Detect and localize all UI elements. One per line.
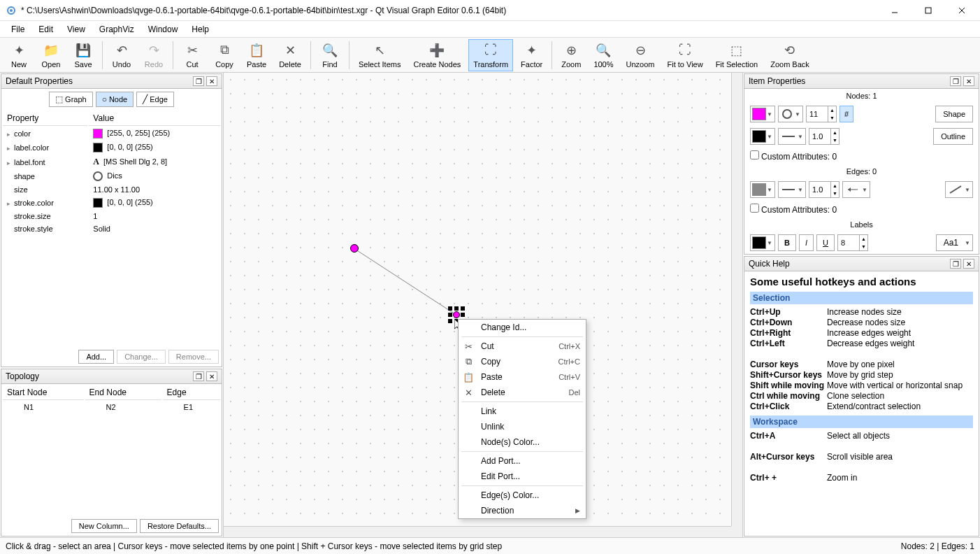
custom-attrs-edges-checkbox[interactable] [750, 204, 759, 213]
hash-toggle[interactable]: # [840, 106, 853, 122]
svg-line-10 [950, 186, 961, 193]
tb-save[interactable]: 💾Save [69, 39, 98, 71]
label-color-picker[interactable]: ▼ [750, 234, 775, 251]
tb-cut[interactable]: ✂Cut [178, 39, 207, 71]
close-panel-icon[interactable]: ✕ [963, 76, 974, 86]
btn-remove[interactable]: Remove... [168, 350, 219, 364]
prop-row-label-font[interactable]: ▸label.fontA[MS Shell Dlg 2, 8] [3, 155, 220, 169]
tb-find[interactable]: 🔍Find [315, 39, 345, 71]
menu-window[interactable]: Window [141, 23, 185, 36]
prop-row-label-color[interactable]: ▸label.color[0, 0, 0] (255) [3, 141, 220, 154]
close-panel-icon[interactable]: ✕ [206, 76, 217, 86]
menu-file[interactable]: File [4, 23, 31, 36]
bold-button[interactable]: B [778, 234, 796, 251]
underline-button[interactable]: U [816, 234, 835, 251]
topo-col[interactable]: Start Node [3, 385, 84, 400]
prop-row-stroke-color[interactable]: ▸stroke.color[0, 0, 0] (255) [3, 197, 220, 209]
node-size-input[interactable]: ▲▼ [806, 106, 837, 122]
col-property[interactable]: Property [3, 111, 87, 126]
node-color-picker[interactable]: ▼ [750, 106, 775, 122]
tb-redo[interactable]: ↷Redo [139, 39, 168, 71]
tb-open[interactable]: 📁Open [36, 39, 66, 71]
svg-rect-3 [925, 8, 931, 13]
close-button[interactable] [952, 3, 972, 17]
ctx-copy[interactable]: ⧉CopyCtrl+C [459, 354, 586, 369]
label-position-picker[interactable]: Aa1▼ [936, 234, 973, 251]
topo-row[interactable]: N1N2E1 [3, 402, 220, 413]
tb-delete[interactable]: ✕Delete [274, 39, 306, 71]
tb-zoom[interactable]: ⊕Zoom [556, 39, 586, 71]
ctx-delete[interactable]: ✕DeleteDel [459, 385, 586, 400]
topo-col[interactable]: Edge [163, 385, 220, 400]
scrollbar-horizontal[interactable] [224, 526, 731, 537]
stroke-style-picker[interactable]: ▼ [778, 128, 806, 145]
ctx-link: Link [459, 404, 586, 419]
edge-e1[interactable] [354, 248, 460, 318]
stroke-color-picker[interactable]: ▼ [750, 128, 775, 145]
label-size-input[interactable]: ▲▼ [837, 234, 868, 251]
node-shape-picker[interactable]: ▼ [778, 106, 803, 122]
prop-row-color[interactable]: ▸color[255, 0, 255] (255) [3, 127, 220, 140]
edge-direction-picker[interactable]: ▼ [842, 181, 870, 198]
tb-copy[interactable]: ⧉Copy [210, 39, 239, 71]
menu-edit[interactable]: Edit [31, 23, 60, 36]
restore-icon[interactable]: ❐ [193, 371, 204, 381]
close-panel-icon[interactable]: ✕ [963, 259, 974, 269]
edge-style-picker[interactable]: ▼ [778, 181, 806, 198]
node-n1[interactable] [350, 244, 359, 253]
ctx-cut[interactable]: ✂CutCtrl+X [459, 339, 586, 354]
tb-unzoom[interactable]: ⊖Unzoom [621, 39, 660, 71]
menu-view[interactable]: View [60, 23, 92, 36]
restore-icon[interactable]: ❐ [193, 76, 204, 86]
tb-paste[interactable]: 📋Paste [242, 39, 271, 71]
restore-icon[interactable]: ❐ [950, 259, 961, 269]
btn-change[interactable]: Change... [117, 350, 166, 364]
menu-help[interactable]: Help [185, 23, 216, 36]
btn-add[interactable]: Add... [78, 350, 114, 364]
tb-undo[interactable]: ↶Undo [107, 39, 136, 71]
tb-zoom-back[interactable]: ⟲Zoom Back [765, 39, 814, 71]
menu-graphviz[interactable]: GraphViz [92, 23, 141, 36]
ctx-node-s-color-[interactable]: Node(s) Color... [459, 434, 586, 450]
prop-row-stroke-size[interactable]: stroke.size1 [3, 211, 220, 222]
quickhelp-body[interactable]: Some useful hotkeys and actions Selectio… [744, 271, 979, 488]
tb-create-nodes[interactable]: ➕Create Nodes [408, 39, 466, 71]
stroke-width-input[interactable]: ▲▼ [809, 128, 840, 145]
topo-col[interactable]: End Node [85, 385, 161, 400]
ctx-unlink[interactable]: Unlink [459, 419, 586, 434]
ctx-change-id-[interactable]: Change Id... [459, 320, 586, 335]
ctx-add-port-[interactable]: Add Port... [459, 453, 586, 469]
tab-edge[interactable]: ╱Edge [136, 92, 174, 107]
tab-node[interactable]: ○Node [96, 92, 134, 107]
tb-factor[interactable]: ✦Factor [516, 39, 547, 71]
custom-attrs-nodes-checkbox[interactable] [750, 150, 759, 159]
edge-color-picker[interactable]: ▼ [750, 181, 775, 198]
save-icon: 💾 [75, 42, 92, 59]
ctx-direction: Direction▶ [459, 503, 586, 518]
outline-button[interactable]: Outline [933, 128, 973, 145]
tb-new[interactable]: ✦New [4, 39, 34, 71]
tab-graph[interactable]: ⬚Graph [49, 92, 93, 107]
col-value[interactable]: Value [89, 111, 220, 126]
close-panel-icon[interactable]: ✕ [206, 371, 217, 381]
edge-width-input[interactable]: ▲▼ [809, 181, 840, 198]
prop-row-shape[interactable]: shapeDics [3, 170, 220, 183]
prop-row-stroke-style[interactable]: stroke.styleSolid [3, 223, 220, 234]
minimize-button[interactable] [885, 3, 905, 17]
maximize-button[interactable] [918, 3, 938, 17]
prop-row-size[interactable]: size11.00 x 11.00 [3, 184, 220, 195]
italic-button[interactable]: I [799, 234, 814, 251]
restore-icon[interactable]: ❐ [950, 76, 961, 86]
shape-button[interactable]: Shape [935, 106, 973, 122]
tb-fit-to-view[interactable]: ⛶Fit to View [662, 39, 707, 71]
btn-new-column-[interactable]: New Column... [71, 519, 137, 533]
btn-restore-defaults-[interactable]: Restore Defaults... [140, 519, 219, 533]
tb-transform[interactable]: ⛶Transform [468, 39, 513, 71]
tb-select-items[interactable]: ↖Select Items [354, 39, 406, 71]
scrollbar-vertical[interactable] [731, 73, 742, 526]
tb-fit-selection[interactable]: ⬚Fit Selection [711, 39, 763, 71]
tb-100%[interactable]: 🔍100% [589, 39, 618, 71]
ctx-paste[interactable]: 📋PasteCtrl+V [459, 369, 586, 385]
edge-line-type-picker[interactable]: ▼ [945, 181, 973, 198]
canvas[interactable]: Change Id...✂CutCtrl+X⧉CopyCtrl+C📋PasteC… [224, 73, 742, 537]
